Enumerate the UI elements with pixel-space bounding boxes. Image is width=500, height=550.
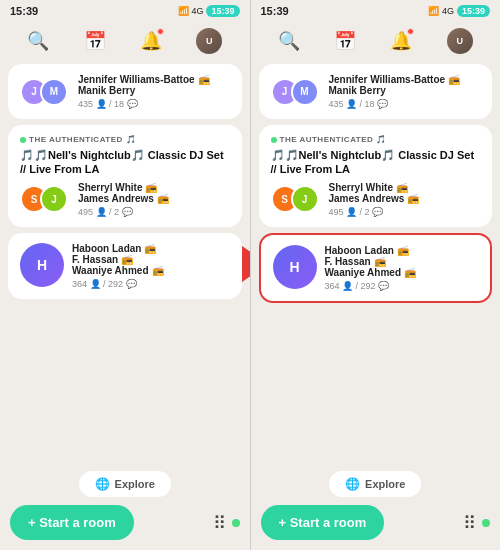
right-grid-area: ⠿ xyxy=(463,512,490,534)
right-room2-stats: 495 👤 / 2 💬 xyxy=(329,207,481,217)
right-room2-hosts: S J Sherryl White 📻 James Andrews 📻 495 … xyxy=(271,182,481,217)
right-room2-avatars: S J xyxy=(271,185,319,213)
left-room1-hosts: J M Jennifer Williams-Battoe 📻 Manik Ber… xyxy=(20,74,230,109)
left-start-room-button[interactable]: + Start a room xyxy=(10,505,134,540)
right-green-dot xyxy=(482,519,490,527)
left-grid-area: ⠿ xyxy=(213,512,240,534)
left-panel: 15:39 📶 4G 15:39 🔍 📅 🔔 U J M Je xyxy=(0,0,250,550)
right-room-card-1[interactable]: J M Jennifer Williams-Battoe 📻 Manik Ber… xyxy=(259,64,493,119)
right-panel: 15:39 📶 4G 15:39 🔍 📅 🔔 U J M Je xyxy=(251,0,501,550)
left-room3-names: Haboon Ladan 📻 F. Hassan 📻 Waaniye Ahmed… xyxy=(72,243,230,289)
right-room1-avatar2: M xyxy=(291,78,319,106)
right-room1-avatars: J M xyxy=(271,78,319,106)
left-room1-badge: 📻 xyxy=(198,74,210,85)
left-bell-icon[interactable]: 🔔 xyxy=(140,30,162,52)
left-room2-avatars: S J xyxy=(20,185,68,213)
left-room1-avatar2: M xyxy=(40,78,68,106)
left-room1-stats: 435 👤 / 18 💬 xyxy=(78,99,230,109)
right-status-bar: 15:39 📶 4G 15:39 xyxy=(251,0,501,22)
right-room2-badge2: 📻 xyxy=(407,193,419,204)
right-grid-icon[interactable]: ⠿ xyxy=(463,512,476,534)
left-room3-badge3: 📻 xyxy=(152,265,164,276)
right-time: 15:39 xyxy=(261,5,289,17)
right-bottom-bar: + Start a room ⠿ xyxy=(251,497,501,550)
right-search-icon[interactable]: 🔍 xyxy=(278,30,300,52)
right-start-room-label: + Start a room xyxy=(279,515,367,530)
left-room2-host2-name: James Andrews 📻 xyxy=(78,193,230,204)
right-explore-icon: 🌐 xyxy=(345,477,360,491)
left-user-avatar[interactable]: U xyxy=(196,28,222,54)
red-arrow-overlay xyxy=(242,242,250,290)
right-room3-host2: F. Hassan 📻 xyxy=(325,256,479,267)
right-room1-host1-name: Jennifer Williams-Battoe 📻 xyxy=(329,74,481,85)
right-room-card-3[interactable]: H Haboon Ladan 📻 F. Hassan 📻 Waaniye Ahm… xyxy=(259,233,493,303)
left-room1-info: Jennifer Williams-Battoe 📻 Manik Berry 4… xyxy=(78,74,230,109)
right-room2-info: Sherryl White 📻 James Andrews 📻 495 👤 / … xyxy=(329,182,481,217)
left-room3-badge1: 📻 xyxy=(144,243,156,254)
right-network: 📶 4G xyxy=(428,6,454,16)
left-explore-button[interactable]: 🌐 Explore xyxy=(79,471,171,497)
right-notification-dot xyxy=(407,28,414,35)
right-room3-badge1: 📻 xyxy=(397,245,409,256)
left-status-bar: 15:39 📶 4G 15:39 xyxy=(0,0,250,22)
right-room2-title: 🎵🎵Nell's Nightclub🎵 Classic DJ Set // Li… xyxy=(271,148,481,177)
right-room3-badge2: 📻 xyxy=(374,256,386,267)
right-explore-button[interactable]: 🌐 Explore xyxy=(329,471,421,497)
left-network: 📶 4G xyxy=(178,6,204,16)
left-room-card-3[interactable]: H Haboon Ladan 📻 F. Hassan 📻 Waaniye Ahm… xyxy=(8,233,242,299)
left-room3-host1: Haboon Ladan 📻 xyxy=(72,243,230,254)
left-nav-bar: 🔍 📅 🔔 U xyxy=(0,22,250,60)
right-room3-badge3: 📻 xyxy=(404,267,416,278)
left-room2-hosts: S J Sherryl White 📻 James Andrews 📻 495 … xyxy=(20,182,230,217)
right-bell-icon[interactable]: 🔔 xyxy=(390,30,412,52)
left-bottom-bar: + Start a room ⠿ xyxy=(0,497,250,550)
right-room3-hosts: H Haboon Ladan 📻 F. Hassan 📻 Waaniye Ahm… xyxy=(273,245,479,291)
left-room1-host1-name: Jennifer Williams-Battoe 📻 xyxy=(78,74,230,85)
left-room2-badge1: 📻 xyxy=(145,182,157,193)
left-room3-avatar: H xyxy=(20,243,64,287)
left-explore-label: Explore xyxy=(115,478,155,490)
right-room-card-2[interactable]: THE AUTHENTICATED 🎵 🎵🎵Nell's Nightclub🎵 … xyxy=(259,125,493,227)
left-time-pill: 15:39 xyxy=(206,5,239,17)
left-time: 15:39 xyxy=(10,5,38,17)
left-room3-wrapper: H Haboon Ladan 📻 F. Hassan 📻 Waaniye Ahm… xyxy=(8,233,242,299)
right-time-pill: 15:39 xyxy=(457,5,490,17)
left-room2-stats: 495 👤 / 2 💬 xyxy=(78,207,230,217)
right-calendar-icon[interactable]: 📅 xyxy=(334,30,356,52)
left-calendar-icon[interactable]: 📅 xyxy=(84,30,106,52)
right-room3-names: Haboon Ladan 📻 F. Hassan 📻 Waaniye Ahmed… xyxy=(325,245,479,291)
right-room2-host2-name: James Andrews 📻 xyxy=(329,193,481,204)
right-room3-avatar: H xyxy=(273,245,317,289)
right-room2-badge1: 📻 xyxy=(396,182,408,193)
left-start-room-label: + Start a room xyxy=(28,515,116,530)
left-room2-tag: THE AUTHENTICATED 🎵 xyxy=(20,135,230,144)
right-room3-host3: Waaniye Ahmed 📻 xyxy=(325,267,479,278)
right-status-right: 📶 4G 15:39 xyxy=(428,5,490,17)
left-room-card-2[interactable]: THE AUTHENTICATED 🎵 🎵🎵Nell's Nightclub🎵 … xyxy=(8,125,242,227)
left-room3-host3: Waaniye Ahmed 📻 xyxy=(72,265,230,276)
left-status-right: 📶 4G 15:39 xyxy=(178,5,240,17)
right-room1-stats: 435 👤 / 18 💬 xyxy=(329,99,481,109)
right-room2-host1-name: Sherryl White 📻 xyxy=(329,182,481,193)
right-tag-dot xyxy=(271,137,277,143)
right-room1-badge: 📻 xyxy=(448,74,460,85)
right-room3-wrapper: H Haboon Ladan 📻 F. Hassan 📻 Waaniye Ahm… xyxy=(259,233,493,303)
right-nav-bar: 🔍 📅 🔔 U xyxy=(251,22,501,60)
right-room2-tag: THE AUTHENTICATED 🎵 xyxy=(271,135,481,144)
left-notification-dot xyxy=(157,28,164,35)
left-rooms-list: J M Jennifer Williams-Battoe 📻 Manik Ber… xyxy=(0,60,250,467)
svg-marker-0 xyxy=(242,246,250,282)
right-room3-stats: 364 👤 / 292 💬 xyxy=(325,281,479,291)
left-room2-avatar2: J xyxy=(40,185,68,213)
left-room-card-1[interactable]: J M Jennifer Williams-Battoe 📻 Manik Ber… xyxy=(8,64,242,119)
left-room2-info: Sherryl White 📻 James Andrews 📻 495 👤 / … xyxy=(78,182,230,217)
right-start-room-button[interactable]: + Start a room xyxy=(261,505,385,540)
left-room1-host2-name: Manik Berry xyxy=(78,85,230,96)
left-room3-host2: F. Hassan 📻 xyxy=(72,254,230,265)
right-user-avatar[interactable]: U xyxy=(447,28,473,54)
left-search-icon[interactable]: 🔍 xyxy=(27,30,49,52)
left-room2-title: 🎵🎵Nell's Nightclub🎵 Classic DJ Set // Li… xyxy=(20,148,230,177)
right-room1-info: Jennifer Williams-Battoe 📻 Manik Berry 4… xyxy=(329,74,481,109)
right-room3-host1: Haboon Ladan 📻 xyxy=(325,245,479,256)
left-grid-icon[interactable]: ⠿ xyxy=(213,512,226,534)
